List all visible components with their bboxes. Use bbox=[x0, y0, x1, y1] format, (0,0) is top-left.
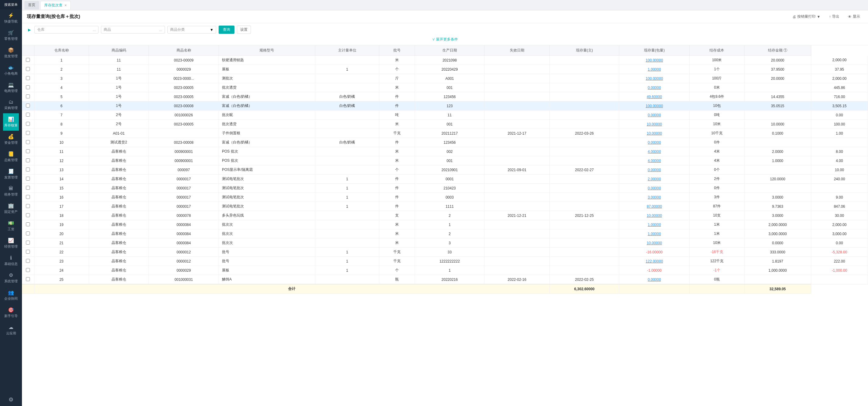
row-qty-main[interactable]: 1.00000 bbox=[619, 229, 690, 238]
sidebar-item-small-ecom[interactable]: 🐟小鱼电商 bbox=[3, 62, 19, 79]
row-qty-main[interactable]: -1.00000 bbox=[619, 266, 690, 275]
row-qty-main-link[interactable]: 10.00000 bbox=[647, 241, 662, 245]
row-checkbox[interactable] bbox=[22, 120, 34, 129]
row-checkbox[interactable] bbox=[22, 101, 34, 110]
row-qty-main[interactable]: 0.00000 bbox=[619, 110, 690, 120]
row-qty-main-link[interactable]: 0.00000 bbox=[648, 277, 661, 282]
row-qty-main[interactable]: 2.00000 bbox=[619, 174, 690, 184]
row-qty-main[interactable]: 0.00000 bbox=[619, 138, 690, 147]
row-qty-main-link[interactable]: -16.00000 bbox=[646, 250, 662, 254]
warehouse-filter[interactable]: 仓库 ... bbox=[34, 26, 98, 34]
row-qty-main[interactable]: 1.00000 bbox=[619, 220, 690, 229]
row-qty-main[interactable]: 1.00000 bbox=[619, 65, 690, 74]
sidebar-item-fixed[interactable]: 🏢固定资产 bbox=[3, 200, 19, 217]
row-qty-main-link[interactable]: 4.00000 bbox=[648, 159, 661, 163]
row-checkbox[interactable] bbox=[22, 92, 34, 101]
sidebar-item-wholesale[interactable]: 📦批发管理 bbox=[3, 44, 19, 62]
row-qty-main-link[interactable]: 4.00000 bbox=[648, 149, 661, 154]
row-qty-main[interactable]: 0.00000 bbox=[619, 165, 690, 174]
row-qty-main-link[interactable]: 100.00000 bbox=[646, 104, 663, 108]
row-checkbox[interactable] bbox=[22, 56, 34, 65]
row-qty-main[interactable]: 87.00000 bbox=[619, 202, 690, 211]
row-checkbox[interactable] bbox=[22, 211, 34, 220]
row-checkbox[interactable] bbox=[22, 110, 34, 120]
row-qty-main-link[interactable]: 1.00000 bbox=[648, 67, 661, 72]
sidebar-item-purchase[interactable]: 🗂采购管理 bbox=[3, 96, 19, 113]
row-qty-main[interactable]: 0.00000 bbox=[619, 275, 690, 284]
row-checkbox[interactable] bbox=[22, 74, 34, 83]
row-qty-main[interactable]: 122.00000 bbox=[619, 257, 690, 266]
row-qty-main[interactable]: 4.00000 bbox=[619, 147, 690, 156]
sidebar-item-ecom[interactable]: 💻电商管理 bbox=[3, 79, 19, 96]
tab-close-inventory-batch[interactable]: ✕ bbox=[64, 4, 67, 7]
row-qty-main[interactable]: 100.00000 bbox=[619, 101, 690, 110]
sidebar-item-cloud[interactable]: ☁云应用 bbox=[3, 321, 19, 339]
row-checkbox[interactable] bbox=[22, 129, 34, 138]
category-filter[interactable]: 商品分类 ▼ bbox=[167, 26, 216, 34]
settings-button[interactable]: 设置 bbox=[237, 26, 251, 34]
row-checkbox[interactable] bbox=[22, 275, 34, 284]
row-checkbox[interactable] bbox=[22, 138, 34, 147]
row-checkbox[interactable] bbox=[22, 165, 34, 174]
row-qty-main-link[interactable]: 87.00000 bbox=[647, 204, 662, 209]
row-qty-main-link[interactable]: 100.00000 bbox=[646, 58, 663, 62]
row-qty-main-link[interactable]: 0.00000 bbox=[648, 168, 661, 172]
row-qty-main-link[interactable]: -1.00000 bbox=[647, 268, 661, 273]
product-filter[interactable]: 商品 ... bbox=[101, 26, 165, 34]
sidebar-item-retail[interactable]: 🛒零售管理 bbox=[3, 27, 19, 44]
row-checkbox[interactable] bbox=[22, 147, 34, 156]
row-qty-main[interactable]: 0.00000 bbox=[619, 184, 690, 193]
row-checkbox[interactable] bbox=[22, 238, 34, 248]
expand-more-button[interactable]: ∨ 展开更多条件 bbox=[431, 37, 459, 42]
sidebar-item-asset[interactable]: 💰资金管理 bbox=[3, 131, 19, 148]
show-button[interactable]: 👁 显示 bbox=[845, 13, 863, 21]
row-qty-main-link[interactable]: 10.00000 bbox=[647, 131, 662, 136]
settings-icon[interactable]: ⚙ bbox=[0, 393, 22, 406]
row-qty-main[interactable]: 10.00000 bbox=[619, 238, 690, 248]
row-qty-main[interactable]: 4.00000 bbox=[619, 156, 690, 165]
product-input[interactable] bbox=[112, 28, 158, 32]
sidebar-item-sys[interactable]: ⚙系统管理 bbox=[3, 269, 19, 286]
row-qty-main-link[interactable]: 1.00000 bbox=[648, 232, 661, 236]
query-button[interactable]: 查询 bbox=[219, 26, 235, 34]
tab-inventory-batch[interactable]: 库存批次查✕ bbox=[40, 1, 71, 9]
sidebar-item-mgmt[interactable]: 📈经营管理 bbox=[3, 235, 19, 252]
row-qty-main[interactable]: 3.00000 bbox=[619, 193, 690, 202]
sidebar-item-general[interactable]: 📒总账管理 bbox=[3, 148, 19, 165]
row-checkbox[interactable] bbox=[22, 229, 34, 238]
row-qty-main-link[interactable]: 122.00000 bbox=[646, 259, 663, 264]
row-checkbox[interactable] bbox=[22, 220, 34, 229]
export-button[interactable]: ↑ 导出 bbox=[826, 13, 842, 21]
row-checkbox[interactable] bbox=[22, 83, 34, 92]
filter-expand-button[interactable]: ▶ bbox=[27, 28, 32, 32]
warehouse-input[interactable] bbox=[46, 28, 91, 32]
row-qty-main-link[interactable]: 2.00000 bbox=[648, 177, 661, 181]
row-qty-main-link[interactable]: 3.00000 bbox=[648, 195, 661, 200]
sidebar-item-inventory[interactable]: 📊库存核算 bbox=[3, 113, 19, 131]
row-qty-main-link[interactable]: 10.00000 bbox=[647, 213, 662, 218]
row-qty-main[interactable]: 10.00000 bbox=[619, 129, 690, 138]
sidebar-item-quick-nav[interactable]: ⚡快捷导航 bbox=[3, 9, 19, 27]
row-checkbox[interactable] bbox=[22, 174, 34, 184]
row-checkbox[interactable] bbox=[22, 193, 34, 202]
sidebar-item-payroll[interactable]: 💵工资 bbox=[3, 217, 19, 235]
sidebar-item-invoice[interactable]: 🧾发票管理 bbox=[3, 165, 19, 183]
row-checkbox[interactable] bbox=[22, 156, 34, 165]
sidebar-item-collab[interactable]: 👥企业协同 bbox=[3, 286, 19, 304]
row-qty-main-link[interactable]: 100.00000 bbox=[646, 76, 663, 81]
row-checkbox[interactable] bbox=[22, 248, 34, 257]
row-checkbox[interactable] bbox=[22, 257, 34, 266]
row-qty-main[interactable]: 10.00000 bbox=[619, 120, 690, 129]
row-qty-main[interactable]: 10.00000 bbox=[619, 211, 690, 220]
row-checkbox[interactable] bbox=[22, 184, 34, 193]
row-qty-main-link[interactable]: 0.00000 bbox=[648, 86, 661, 90]
row-qty-main-link[interactable]: 0.00000 bbox=[648, 113, 661, 117]
row-checkbox[interactable] bbox=[22, 266, 34, 275]
sidebar-logo[interactable]: 搜索菜单 bbox=[0, 0, 22, 9]
row-qty-main-link[interactable]: 1.00000 bbox=[648, 223, 661, 227]
row-qty-main[interactable]: 100.00000 bbox=[619, 74, 690, 83]
row-qty-main-link[interactable]: 0.00000 bbox=[648, 140, 661, 145]
sidebar-item-basic[interactable]: ℹ基础信息 bbox=[3, 252, 19, 269]
row-qty-main-link[interactable]: 0.00000 bbox=[648, 186, 661, 190]
row-qty-main[interactable]: 49.60000 bbox=[619, 92, 690, 101]
